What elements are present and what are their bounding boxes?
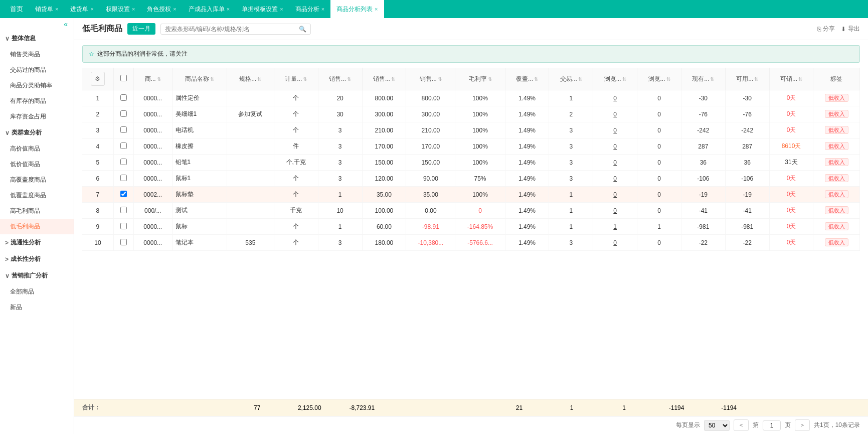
- nav-goods-analysis[interactable]: 商品分析×: [289, 0, 330, 18]
- cell-view1[interactable]: 0: [593, 155, 637, 171]
- close-icon[interactable]: ×: [227, 6, 230, 12]
- sidebar-item-traded-goods[interactable]: 交易过的商品: [0, 62, 74, 78]
- sidebar-item-sales-goods[interactable]: 销售类商品: [0, 47, 74, 62]
- close-icon[interactable]: ×: [55, 6, 58, 12]
- sidebar-item-all-goods[interactable]: 全部商品: [0, 284, 74, 300]
- cell-name[interactable]: 鼠标垫: [172, 187, 227, 203]
- sidebar-item-low-margin[interactable]: 低毛利商品: [0, 219, 74, 234]
- select-all-checkbox[interactable]: [120, 75, 127, 81]
- row-checkbox[interactable]: [120, 175, 127, 181]
- period-button[interactable]: 近一月: [127, 23, 155, 35]
- cell-view1[interactable]: 0: [593, 122, 637, 138]
- cell-spec: [227, 171, 274, 187]
- page-number-input[interactable]: [763, 420, 781, 430]
- cell-view1[interactable]: 0: [593, 235, 637, 251]
- cell-unit: 个: [274, 90, 318, 106]
- cell-name[interactable]: 测试: [172, 203, 227, 219]
- sidebar-item-high-margin[interactable]: 高毛利商品: [0, 203, 74, 219]
- cell-view1[interactable]: 0: [593, 138, 637, 155]
- cell-gross-margin: -164.85%: [455, 219, 505, 235]
- cell-sale-amount: 0.00: [406, 203, 455, 219]
- table-row: 9 0000... 鼠标 个 1 60.00 -98.91 -164.85% 1…: [82, 219, 860, 235]
- sidebar-item-category-rate[interactable]: 商品分类助销率: [0, 78, 74, 93]
- close-icon[interactable]: ×: [280, 6, 283, 12]
- row-checkbox[interactable]: [120, 239, 127, 245]
- cell-unit: 个,千克: [274, 155, 318, 171]
- cell-name[interactable]: 电话机: [172, 122, 227, 138]
- cell-view1[interactable]: 0: [593, 203, 637, 219]
- sidebar-item-low-value[interactable]: 低价值商品: [0, 157, 74, 172]
- share-button[interactable]: ⎘ 分享: [817, 25, 835, 33]
- nav-product-entry[interactable]: 产成品入库单×: [183, 0, 236, 18]
- cell-trade: 1: [549, 187, 593, 203]
- gear-button[interactable]: ⚙: [91, 72, 105, 86]
- sidebar-item-high-coverage[interactable]: 高覆盖度商品: [0, 172, 74, 188]
- sidebar-item-low-coverage[interactable]: 低覆盖度商品: [0, 188, 74, 203]
- close-icon[interactable]: ×: [173, 6, 176, 12]
- per-page-select[interactable]: 50 100: [704, 420, 730, 431]
- sidebar-group-marketing[interactable]: ∨ 营销推广分析: [0, 267, 74, 284]
- sidebar-item-new-goods[interactable]: 新品: [0, 300, 74, 315]
- cell-name[interactable]: 鼠标: [172, 219, 227, 235]
- cell-trade: 2: [549, 106, 593, 122]
- prev-page-button[interactable]: ＜: [734, 419, 749, 431]
- tag-badge: 低收入: [825, 126, 848, 134]
- close-icon[interactable]: ×: [90, 6, 93, 12]
- cell-current: -30: [681, 90, 725, 106]
- search-input[interactable]: [165, 26, 299, 33]
- close-icon[interactable]: ×: [132, 6, 135, 12]
- cell-tag: 低收入: [813, 122, 860, 138]
- row-checkbox[interactable]: [120, 191, 127, 197]
- footer-current: -1194: [650, 404, 703, 411]
- sidebar-group-cluster[interactable]: ∨ 类群查分析: [0, 124, 74, 141]
- tag-badge: 低收入: [825, 110, 848, 118]
- nav-home[interactable]: 首页: [4, 0, 29, 18]
- row-checkbox[interactable]: [120, 159, 127, 165]
- close-icon[interactable]: ×: [375, 6, 378, 12]
- cell-name[interactable]: 橡皮擦: [172, 138, 227, 155]
- sort-icon: ⇅: [798, 76, 802, 82]
- cell-view2: 0: [637, 90, 681, 106]
- next-page-button[interactable]: ＞: [795, 419, 810, 431]
- cell-name[interactable]: 笔记本: [172, 235, 227, 251]
- cell-checkbox: [113, 155, 133, 171]
- col-trade: 交易...⇅: [549, 68, 593, 90]
- cell-name[interactable]: 属性定价: [172, 90, 227, 106]
- cell-current: 36: [681, 155, 725, 171]
- sidebar-item-stock-goods[interactable]: 有库存的商品: [0, 93, 74, 109]
- nav-role[interactable]: 角色授权×: [141, 0, 182, 18]
- row-checkbox[interactable]: [120, 207, 127, 213]
- cell-view1[interactable]: 0: [593, 171, 637, 187]
- table-row: 7 0002... 鼠标垫 个 1 35.00 35.00 100% 1.49%…: [82, 187, 860, 203]
- row-checkbox[interactable]: [120, 126, 127, 133]
- sidebar-group-flow[interactable]: > 流通性分析: [0, 234, 74, 251]
- cell-available: -981: [725, 219, 769, 235]
- sidebar-group-overall[interactable]: ∨ 整体信息: [0, 30, 74, 47]
- tag-badge: 低收入: [825, 174, 848, 182]
- cell-view1[interactable]: 0: [593, 106, 637, 122]
- sidebar-group-growth[interactable]: > 成长性分析: [0, 251, 74, 267]
- sidebar-item-stock-capital[interactable]: 库存资金占用: [0, 109, 74, 124]
- sidebar-item-high-value[interactable]: 高价值商品: [0, 141, 74, 157]
- cell-view1[interactable]: 0: [593, 90, 637, 106]
- export-button[interactable]: ⬇ 导出: [841, 25, 860, 33]
- nav-template[interactable]: 单据模板设置×: [236, 0, 289, 18]
- row-checkbox[interactable]: [120, 223, 127, 229]
- sidebar-collapse-btn[interactable]: «: [61, 20, 71, 28]
- nav-sales[interactable]: 销货单×: [29, 0, 64, 18]
- sort-icon: ⇅: [488, 76, 492, 82]
- cell-name[interactable]: 鼠标1: [172, 171, 227, 187]
- cell-name[interactable]: 吴细细1: [172, 106, 227, 122]
- row-checkbox[interactable]: [120, 142, 127, 149]
- row-checkbox[interactable]: [120, 94, 127, 101]
- cell-view1[interactable]: 0: [593, 187, 637, 203]
- notice-text: 这部分商品的利润非常低，请关注: [97, 50, 188, 58]
- cell-view1[interactable]: 1: [593, 219, 637, 235]
- nav-goods-analysis-list[interactable]: 商品分析列表×: [330, 0, 384, 18]
- close-icon[interactable]: ×: [321, 6, 324, 12]
- nav-permissions[interactable]: 权限设置×: [100, 0, 141, 18]
- col-gross-margin: 毛利率⇅: [455, 68, 505, 90]
- row-checkbox[interactable]: [120, 110, 127, 117]
- nav-purchase[interactable]: 进货单×: [64, 0, 99, 18]
- cell-name[interactable]: 铅笔1: [172, 155, 227, 171]
